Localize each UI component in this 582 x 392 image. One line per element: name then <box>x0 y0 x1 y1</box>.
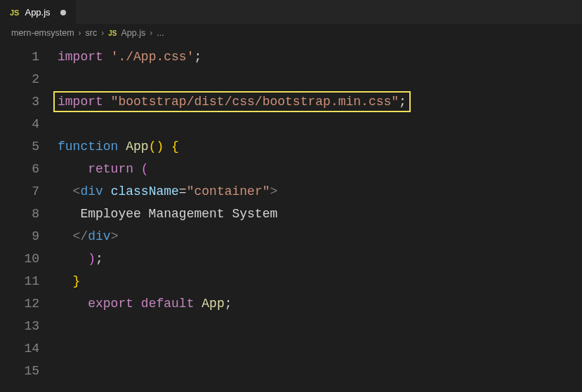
chevron-right-icon: › <box>150 28 152 38</box>
code-line[interactable]: import './App.css'; <box>58 46 582 68</box>
line-number: 5 <box>0 135 58 158</box>
line-number: 4 <box>0 113 58 135</box>
chevron-right-icon: › <box>79 28 81 38</box>
line-number: 14 <box>0 337 58 360</box>
highlight-box: import "bootstrap/dist/css/bootstrap.min… <box>53 91 411 112</box>
line-number: 13 <box>0 315 58 337</box>
js-file-icon: JS <box>10 8 19 17</box>
line-number: 3 <box>0 90 58 113</box>
code-editor[interactable]: 1 2 3 4 5 6 7 8 9 10 11 12 13 14 15 impo… <box>0 41 582 382</box>
tab-bar: JS App.js <box>0 0 582 25</box>
breadcrumb-seg[interactable]: ... <box>157 28 164 38</box>
line-number: 11 <box>0 270 58 292</box>
code-line[interactable] <box>58 360 582 382</box>
line-number: 1 <box>0 46 58 68</box>
code-line[interactable]: export default App; <box>58 292 582 315</box>
line-number: 10 <box>0 248 58 270</box>
tab-filename: App.js <box>25 7 50 18</box>
line-number: 7 <box>0 180 58 203</box>
code-line[interactable]: Employee Management System <box>58 203 582 225</box>
code-line[interactable]: return ( <box>58 158 582 180</box>
code-line[interactable]: </div> <box>58 225 582 248</box>
breadcrumb: mern-emsystem › src › JS App.js › ... <box>0 25 582 41</box>
code-line[interactable]: ); <box>58 248 582 270</box>
line-number: 9 <box>0 225 58 248</box>
code-line[interactable] <box>58 113 582 135</box>
code-line[interactable]: <div className="container"> <box>58 180 582 203</box>
js-file-icon: JS <box>108 29 117 37</box>
line-number: 6 <box>0 158 58 180</box>
line-number: 15 <box>0 360 58 382</box>
code-line[interactable] <box>58 68 582 90</box>
line-number: 8 <box>0 203 58 225</box>
chevron-right-icon: › <box>101 28 104 38</box>
modified-indicator-icon <box>60 10 66 15</box>
breadcrumb-seg[interactable]: src <box>86 28 98 38</box>
code-line[interactable] <box>58 337 582 360</box>
code-line[interactable] <box>58 315 582 337</box>
code-line[interactable]: import "bootstrap/dist/css/bootstrap.min… <box>58 90 582 113</box>
code-line[interactable]: } <box>58 270 582 292</box>
line-number-gutter: 1 2 3 4 5 6 7 8 9 10 11 12 13 14 15 <box>0 46 58 382</box>
code-area[interactable]: import './App.css'; import "bootstrap/di… <box>58 46 582 382</box>
breadcrumb-seg[interactable]: App.js <box>121 28 146 38</box>
line-number: 12 <box>0 292 58 315</box>
breadcrumb-seg[interactable]: mern-emsystem <box>11 28 74 38</box>
line-number: 2 <box>0 68 58 90</box>
code-line[interactable]: function App() { <box>58 135 582 158</box>
tab-app-js[interactable]: JS App.js <box>0 0 76 24</box>
